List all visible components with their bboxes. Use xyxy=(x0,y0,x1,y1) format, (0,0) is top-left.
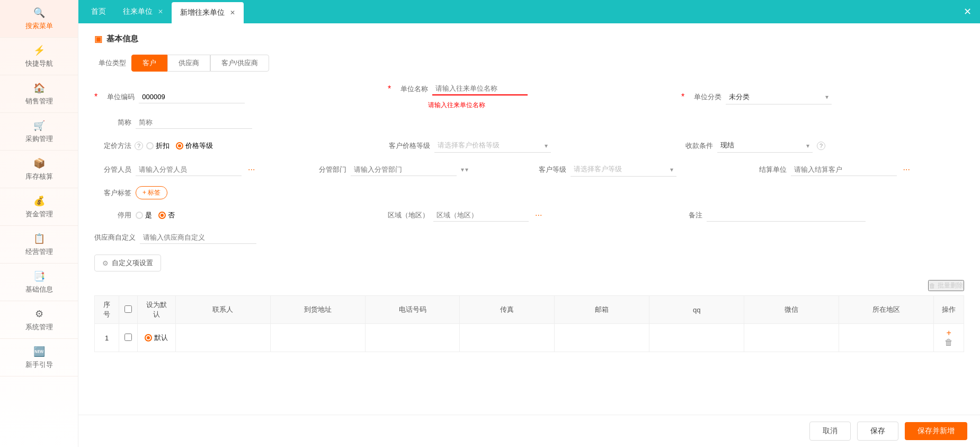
unit-type-customer[interactable]: 客户 xyxy=(131,55,167,72)
unit-code-input[interactable] xyxy=(139,91,245,103)
phone-input[interactable] xyxy=(371,334,455,342)
batch-delete-btn[interactable]: 🗑 批量删除 xyxy=(928,280,964,291)
guide-icon: 🆕 xyxy=(33,345,46,358)
row-disabled: 停用 是 否 区域（地区） ··· 备注 xyxy=(94,209,964,222)
field-customer-level: 客户等级 请选择客户等级 xyxy=(534,162,744,177)
row-supplier-custom: 供应商自定义 xyxy=(94,231,964,244)
pricing-radio-group: 折扣 价格等级 xyxy=(146,141,213,151)
customer-price-select[interactable]: 请选择客户价格等级 xyxy=(434,138,551,153)
cell-address xyxy=(270,324,365,352)
pricing-radio-discount[interactable]: 折扣 xyxy=(146,141,170,151)
cell-wechat xyxy=(744,324,839,352)
unit-category-select[interactable]: 未分类 xyxy=(726,90,832,104)
row-default-radio[interactable]: 默认 xyxy=(143,333,170,343)
region-input[interactable] xyxy=(433,209,529,222)
email-input[interactable] xyxy=(560,334,644,342)
fax-input[interactable] xyxy=(465,334,549,342)
tab-close-partners[interactable]: ✕ xyxy=(158,8,163,15)
tab-partners[interactable]: 往来单位 ✕ xyxy=(114,0,172,23)
disabled-radio-yes[interactable]: 是 xyxy=(136,211,152,220)
address-input[interactable] xyxy=(276,334,360,342)
search-icon: 🔍 xyxy=(33,6,46,19)
row-delete-btn[interactable]: 🗑 xyxy=(943,338,954,347)
manager-input[interactable] xyxy=(136,163,242,176)
wechat-input[interactable] xyxy=(750,334,833,342)
customer-level-select[interactable]: 请选择客户等级 xyxy=(571,162,676,177)
row-region-input[interactable] xyxy=(844,334,928,342)
field-unit-code: * 单位编码 xyxy=(94,82,377,112)
sidebar-item-quick-nav[interactable]: ⚡ 快捷导航 xyxy=(0,38,78,75)
save-and-new-button[interactable]: 保存并新增 xyxy=(905,422,967,440)
sales-icon: 🏠 xyxy=(33,82,46,94)
region-more-btn[interactable]: ··· xyxy=(533,211,544,220)
sidebar-item-inventory[interactable]: 📦 库存核算 xyxy=(0,151,78,188)
window-close-btn[interactable]: ✕ xyxy=(959,6,976,17)
disabled-radio-no[interactable]: 否 xyxy=(158,211,175,220)
tags-label: 客户标签 xyxy=(94,188,131,198)
dept-input[interactable] xyxy=(351,163,457,176)
add-tag-btn[interactable]: + 标签 xyxy=(136,186,167,199)
row-checkbox[interactable] xyxy=(124,334,132,341)
short-name-label: 简称 xyxy=(94,118,131,127)
field-customer-price: 客户价格等级 请选择客户价格等级 xyxy=(388,138,671,153)
row-default-radio-circle xyxy=(145,334,152,341)
settlement-input[interactable] xyxy=(791,163,897,176)
sidebar-item-search[interactable]: 🔍 搜索菜单 xyxy=(0,0,78,38)
payment-terms-select[interactable]: 现结 xyxy=(717,138,813,153)
cancel-button[interactable]: 取消 xyxy=(809,422,851,441)
notes-input[interactable] xyxy=(707,209,866,222)
payment-help-icon[interactable]: ? xyxy=(817,142,825,150)
short-name-input[interactable] xyxy=(136,116,252,129)
contact-input[interactable] xyxy=(181,334,265,342)
footer-bar: 取消 保存 保存并新增 xyxy=(78,415,980,447)
pricing-radio-level[interactable]: 价格等级 xyxy=(176,141,213,151)
unit-name-input[interactable] xyxy=(432,82,528,95)
inventory-icon: 📦 xyxy=(33,157,46,170)
sidebar-item-label: 资金管理 xyxy=(25,209,53,219)
tab-home[interactable]: 首页 xyxy=(83,0,114,23)
sidebar-item-operation[interactable]: 📋 经营管理 xyxy=(0,226,78,264)
row-manager: 分管人员 ··· 分管部门 ▾ 客户等级 请选择客户等级 结算单位 · xyxy=(94,162,964,177)
manager-label: 分管人员 xyxy=(94,165,131,174)
sidebar-item-purchase[interactable]: 🛒 采购管理 xyxy=(0,113,78,151)
supplier-custom-input[interactable] xyxy=(140,231,256,244)
sidebar-item-guide[interactable]: 🆕 新手引导 xyxy=(0,339,78,376)
sidebar-item-label: 库存核算 xyxy=(25,172,53,181)
sidebar-item-finance[interactable]: 💰 资金管理 xyxy=(0,188,78,226)
col-email: 邮箱 xyxy=(555,296,649,324)
col-checkbox xyxy=(119,296,138,324)
qq-input[interactable] xyxy=(655,334,738,342)
sidebar-item-label: 搜索菜单 xyxy=(25,21,53,31)
settlement-more-btn[interactable]: ··· xyxy=(901,165,912,174)
unit-type-group: 客户 供应商 客户/供应商 xyxy=(131,55,269,72)
pricing-radio-discount-circle xyxy=(146,142,154,150)
field-manager: 分管人员 ··· xyxy=(94,163,304,176)
tab-close-new-partner[interactable]: ✕ xyxy=(230,9,235,16)
contacts-table: 序号 设为默认 联系人 到货地址 电话号码 传真 邮箱 qq 微信 所在地区 操… xyxy=(94,295,964,352)
customer-price-label: 客户价格等级 xyxy=(388,141,430,151)
select-all-checkbox[interactable] xyxy=(124,305,132,313)
sidebar-item-system[interactable]: ⚙ 系统管理 xyxy=(0,301,78,339)
sidebar-item-sales[interactable]: 🏠 销售管理 xyxy=(0,75,78,113)
pricing-help-icon[interactable]: ? xyxy=(135,142,143,150)
field-supplier-custom: 供应商自定义 xyxy=(94,231,964,244)
custom-settings-btn[interactable]: ⚙ 自定义项设置 xyxy=(94,255,161,271)
sidebar-item-basic[interactable]: 📑 基础信息 xyxy=(0,264,78,301)
unit-name-label: 单位名称 xyxy=(396,84,428,94)
section-icon: ▣ xyxy=(94,34,102,44)
main-area: 首页 往来单位 ✕ 新增往来单位 ✕ ✕ ▣ 基本信息 单位类型 客户 供应商 … xyxy=(78,0,980,447)
unit-type-supplier[interactable]: 供应商 xyxy=(167,55,210,72)
col-default: 设为默认 xyxy=(138,296,176,324)
field-notes: 备注 xyxy=(681,209,964,222)
field-payment-terms: 收款条件 现结 ? xyxy=(681,138,964,153)
disabled-radio-no-circle xyxy=(158,212,166,219)
row-add-btn[interactable]: + xyxy=(945,328,952,338)
manager-more-btn[interactable]: ··· xyxy=(246,165,257,174)
unit-type-both[interactable]: 客户/供应商 xyxy=(210,55,269,72)
tab-new-partner[interactable]: 新增往来单位 ✕ xyxy=(172,2,244,23)
table-header-area: 🗑 批量删除 xyxy=(94,280,964,291)
sidebar-item-label: 采购管理 xyxy=(25,134,53,144)
save-button[interactable]: 保存 xyxy=(857,422,898,441)
basic-icon: 📑 xyxy=(33,270,46,283)
col-seq: 序号 xyxy=(95,296,119,324)
